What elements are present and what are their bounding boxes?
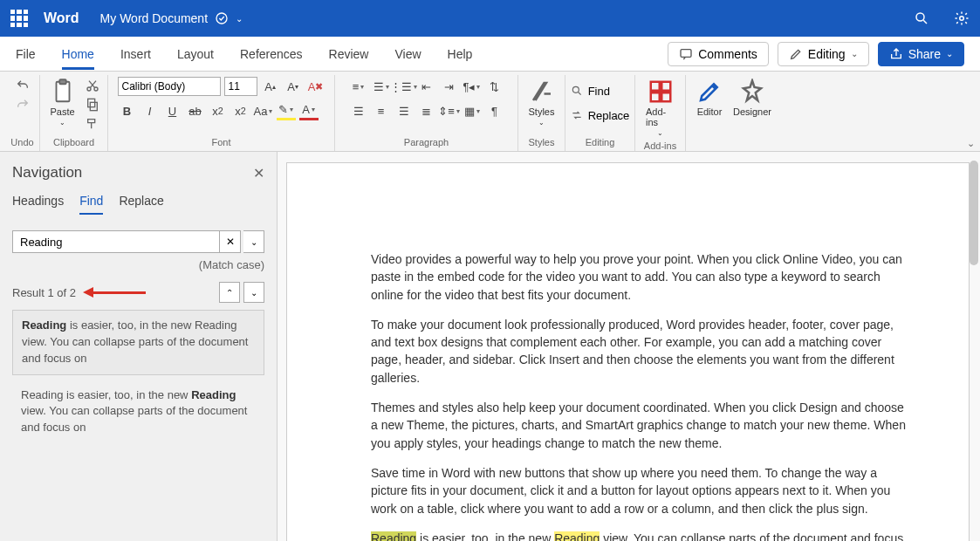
nav-tab-headings[interactable]: Headings	[12, 194, 64, 215]
svg-point-10	[572, 86, 579, 92]
editing-mode-button[interactable]: Editing⌄	[778, 42, 869, 66]
cut-button[interactable]	[83, 77, 102, 94]
copy-button[interactable]	[83, 96, 102, 113]
titlebar: Word My Word Document ⌄	[0, 0, 980, 37]
svg-point-1	[916, 13, 924, 21]
svg-rect-13	[650, 92, 659, 101]
line-spacing-button[interactable]: ⇕≡	[440, 101, 459, 120]
grow-font-button[interactable]: A▴	[261, 77, 280, 96]
navigation-pane: Navigation ✕ Headings Find Replace ✕ ⌄ (…	[0, 152, 278, 541]
superscript-button[interactable]: x2	[231, 101, 250, 120]
editor-button[interactable]: Editor	[693, 77, 726, 119]
align-center-button[interactable]: ≡	[372, 101, 391, 120]
ribbon: Undo Paste⌄ Clipboard A▴ A▾ A✖	[0, 72, 980, 152]
search-icon[interactable]	[914, 10, 929, 26]
strikethrough-button[interactable]: ab	[186, 101, 205, 120]
styles-label: Styles	[529, 135, 555, 151]
next-result-button[interactable]: ⌄	[243, 282, 264, 303]
tab-insert[interactable]: Insert	[120, 38, 151, 70]
tab-file[interactable]: File	[16, 38, 36, 70]
search-result-1[interactable]: Reading is easier, too, in the new Readi…	[12, 310, 264, 375]
font-name-select[interactable]	[118, 77, 221, 96]
editing-label: Editing	[586, 135, 615, 151]
paragraph[interactable]: Video provides a powerful way to help yo…	[371, 250, 906, 304]
designer-button[interactable]: Designer	[730, 77, 775, 119]
tab-home[interactable]: Home	[62, 38, 94, 70]
nav-tab-find[interactable]: Find	[79, 194, 103, 215]
paragraph[interactable]: To make your document look professionall…	[371, 316, 906, 387]
format-painter-button[interactable]	[83, 115, 102, 133]
styles-button[interactable]: Styles⌄	[525, 77, 559, 128]
paragraph[interactable]: Save time in Word with new buttons that …	[371, 464, 906, 517]
font-size-select[interactable]	[224, 77, 257, 96]
addins-button[interactable]: Add-ins⌄	[642, 77, 678, 139]
search-highlight-current: Reading	[371, 531, 416, 541]
nav-tab-replace[interactable]: Replace	[119, 194, 163, 215]
shading-button[interactable]: ▦	[463, 101, 482, 120]
undo-button[interactable]	[13, 77, 32, 94]
tab-help[interactable]: Help	[448, 38, 473, 70]
saved-icon	[215, 11, 229, 25]
show-marks-button[interactable]: ¶	[485, 101, 504, 120]
comments-button[interactable]: Comments	[668, 42, 769, 66]
underline-button[interactable]: U	[163, 101, 182, 120]
svg-rect-12	[661, 82, 670, 91]
svg-rect-5	[59, 79, 66, 84]
search-input[interactable]	[12, 230, 220, 253]
search-highlight: Reading	[554, 531, 600, 541]
replace-button[interactable]: Replace	[571, 105, 630, 126]
paste-button[interactable]: Paste⌄	[46, 77, 79, 128]
share-button[interactable]: Share⌄	[878, 42, 964, 66]
numbering-button[interactable]: ☰	[372, 77, 391, 96]
collapse-ribbon-icon[interactable]: ⌄	[967, 138, 975, 149]
close-icon[interactable]: ✕	[253, 165, 264, 181]
ribbon-tabs: File Home Insert Layout References Revie…	[0, 37, 980, 72]
svg-rect-14	[661, 92, 670, 101]
italic-button[interactable]: I	[140, 101, 160, 120]
align-left-button[interactable]: ☰	[349, 101, 368, 120]
tab-references[interactable]: References	[240, 38, 303, 70]
search-options-icon[interactable]: ⌄	[243, 230, 264, 253]
font-label: Font	[211, 135, 230, 151]
decrease-indent-button[interactable]: ⇤	[417, 77, 436, 96]
svg-rect-11	[650, 82, 659, 91]
search-result-2[interactable]: Reading is easier, too, in the new Readi…	[12, 380, 264, 444]
document-area[interactable]: Video provides a powerful way to help yo…	[278, 152, 980, 541]
app-launcher-icon[interactable]	[10, 10, 28, 27]
justify-button[interactable]: ≣	[417, 101, 436, 120]
vertical-scrollbar[interactable]	[970, 161, 978, 265]
chevron-down-icon[interactable]: ⌄	[236, 14, 243, 24]
highlight-button[interactable]: ✎	[277, 101, 296, 120]
sort-button[interactable]: ⇅	[485, 77, 504, 96]
tab-review[interactable]: Review	[329, 38, 369, 70]
nav-title: Navigation	[12, 164, 82, 181]
svg-point-0	[216, 13, 227, 24]
settings-icon[interactable]	[954, 10, 970, 26]
tab-view[interactable]: View	[394, 38, 421, 70]
change-case-button[interactable]: Aa	[254, 101, 273, 120]
text-direction-button[interactable]: ¶◂	[463, 77, 482, 96]
svg-rect-3	[681, 49, 691, 57]
paragraph[interactable]: Themes and styles also help keep your do…	[371, 399, 906, 452]
tab-layout[interactable]: Layout	[177, 38, 214, 70]
prev-result-button[interactable]: ⌃	[219, 282, 240, 303]
shrink-font-button[interactable]: A▾	[284, 77, 303, 96]
document-page[interactable]: Video provides a powerful way to help yo…	[286, 162, 970, 541]
clear-search-icon[interactable]: ✕	[220, 230, 241, 253]
font-color-button[interactable]: A	[299, 101, 319, 120]
svg-point-2	[960, 17, 964, 21]
subscript-button[interactable]: x2	[209, 101, 228, 120]
find-button[interactable]: Find	[571, 80, 630, 101]
bold-button[interactable]: B	[118, 101, 137, 120]
align-right-button[interactable]: ☰	[394, 101, 414, 120]
document-name[interactable]: My Word Document	[100, 11, 208, 25]
match-case-label: (Match case)	[12, 258, 264, 271]
bullets-button[interactable]: ≡	[349, 77, 368, 96]
clear-format-button[interactable]: A✖	[306, 77, 326, 96]
undo-label: Undo	[10, 135, 33, 151]
multilevel-button[interactable]: ⋮☰	[394, 77, 414, 96]
increase-indent-button[interactable]: ⇥	[440, 77, 459, 96]
paragraph[interactable]: Reading is easier, too, in the new Readi…	[371, 530, 906, 541]
annotation-arrow	[85, 288, 146, 297]
redo-button[interactable]	[13, 96, 32, 113]
